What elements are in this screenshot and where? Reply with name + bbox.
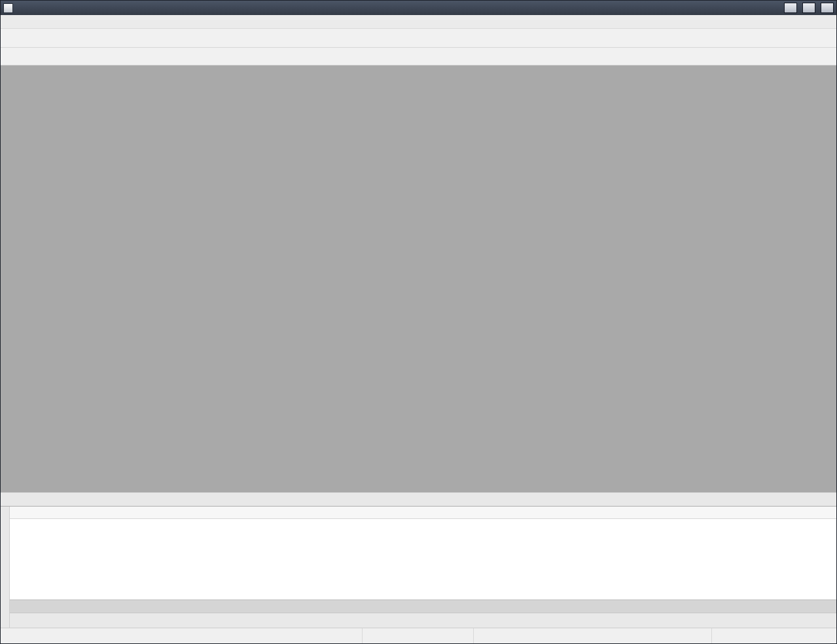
minimize-button[interactable] <box>784 3 797 13</box>
terminal-side-strip <box>1 507 10 628</box>
status-help-text <box>1 628 363 643</box>
app-icon <box>3 3 13 13</box>
terminal-close-icon[interactable] <box>1 507 9 515</box>
terminal-content <box>10 507 836 628</box>
mt4-main-window <box>0 0 837 644</box>
history-table <box>10 519 836 599</box>
chart-tab-bar <box>1 492 836 506</box>
status-traffic <box>712 628 836 643</box>
history-table-header <box>10 507 836 519</box>
toolbar-standard <box>1 29 836 48</box>
status-spacer <box>474 628 712 643</box>
close-button[interactable] <box>821 3 834 13</box>
chart-workspace <box>1 65 836 492</box>
terminal-panel <box>1 506 836 628</box>
terminal-tab-bar <box>10 613 836 628</box>
menu-bar <box>1 15 836 29</box>
title-bar[interactable] <box>1 1 836 15</box>
restore-button[interactable] <box>802 3 815 13</box>
toolbar-line-studies-periods <box>1 48 836 65</box>
account-summary-row <box>10 599 836 613</box>
status-profile[interactable] <box>363 628 474 643</box>
status-bar <box>1 628 836 643</box>
